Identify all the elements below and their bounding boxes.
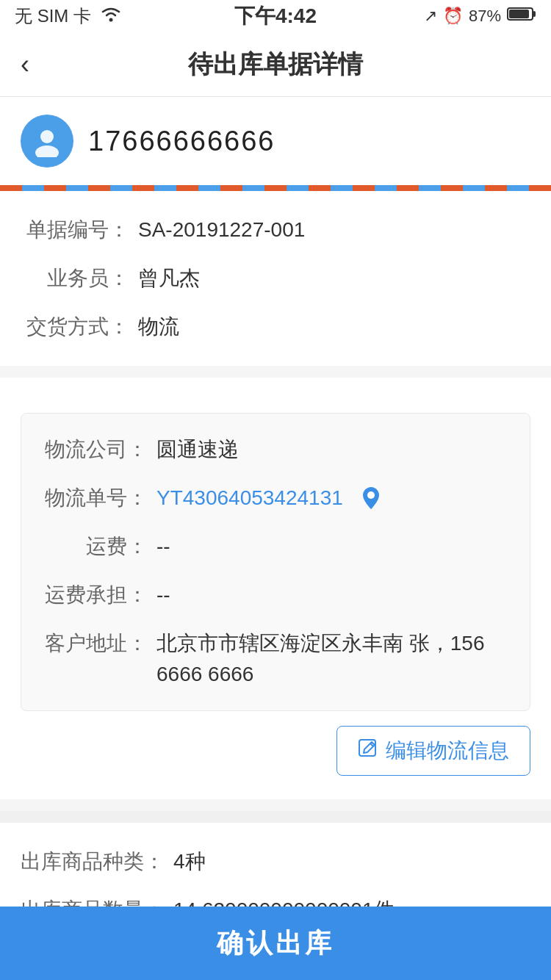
wifi-icon xyxy=(100,6,122,26)
goods-type-label: 出库商品种类： xyxy=(21,846,173,877)
dashed-divider xyxy=(0,185,551,191)
goods-type-value: 4种 xyxy=(173,846,530,877)
svg-rect-2 xyxy=(533,11,536,17)
logistics-company-label: 物流公司： xyxy=(39,434,156,465)
gps-icon: ↗ xyxy=(424,7,437,26)
gray-separator xyxy=(0,811,551,823)
tracking-row: 物流单号： YT43064053424131 xyxy=(39,483,512,514)
freight-bearer-row: 运费承担： -- xyxy=(39,580,512,610)
status-time: 下午4:42 xyxy=(234,2,317,30)
logistics-company-value: 圆通速递 xyxy=(156,434,512,465)
logistics-company-row: 物流公司： 圆通速递 xyxy=(39,434,512,465)
salesperson-label: 业务员： xyxy=(21,263,138,294)
status-left: 无 SIM 卡 xyxy=(15,4,122,28)
salesperson-value: 曾凡杰 xyxy=(138,263,530,294)
status-bar: 无 SIM 卡 下午4:42 ↗ ⏰ 87% xyxy=(0,0,551,32)
nav-bar: ‹ 待出库单据详情 xyxy=(0,32,551,97)
delivery-method-row: 交货方式： 物流 xyxy=(21,311,530,342)
confirm-button-label: 确认出库 xyxy=(217,926,334,962)
customer-header: 17666666666 xyxy=(0,97,551,185)
doc-number-label: 单据编号： xyxy=(21,215,138,245)
alarm-icon: ⏰ xyxy=(443,7,463,26)
customer-phone: 17666666666 xyxy=(88,126,275,157)
freight-row: 运费： -- xyxy=(39,531,512,562)
battery-icon xyxy=(507,7,536,26)
logistics-section: 物流公司： 圆通速递 物流单号： YT43064053424131 运费： --… xyxy=(0,378,551,799)
freight-bearer-value: -- xyxy=(156,580,512,610)
carrier-text: 无 SIM 卡 xyxy=(15,4,91,28)
edit-logistics-wrap: 编辑物流信息 xyxy=(21,726,530,776)
location-pin-icon[interactable] xyxy=(358,485,384,511)
avatar xyxy=(21,115,73,167)
confirm-bar[interactable]: 确认出库 xyxy=(0,907,551,980)
svg-point-0 xyxy=(109,18,113,22)
logistics-card: 物流公司： 圆通速递 物流单号： YT43064053424131 运费： --… xyxy=(21,413,530,711)
delivery-method-value: 物流 xyxy=(138,311,530,342)
edit-logistics-button[interactable]: 编辑物流信息 xyxy=(336,726,530,776)
svg-point-5 xyxy=(35,145,59,157)
address-row: 客户地址： 北京市市辖区海淀区永丰南 张，156 6666 6666 xyxy=(39,628,512,690)
page-title: 待出库单据详情 xyxy=(188,48,363,82)
svg-point-4 xyxy=(40,130,54,143)
doc-number-value: SA-20191227-001 xyxy=(138,215,530,245)
basic-info-section: 单据编号： SA-20191227-001 业务员： 曾凡杰 交货方式： 物流 xyxy=(0,191,551,366)
freight-value: -- xyxy=(156,531,512,562)
address-label: 客户地址： xyxy=(39,628,156,659)
address-value: 北京市市辖区海淀区永丰南 张，156 6666 6666 xyxy=(156,628,512,690)
edit-logistics-label: 编辑物流信息 xyxy=(386,737,509,765)
battery-text: 87% xyxy=(469,7,501,26)
tracking-number: YT43064053424131 xyxy=(156,486,343,509)
doc-number-row: 单据编号： SA-20191227-001 xyxy=(21,215,530,245)
tracking-value: YT43064053424131 xyxy=(156,483,512,514)
tracking-label: 物流单号： xyxy=(39,483,156,514)
goods-type-row: 出库商品种类： 4种 xyxy=(21,846,530,877)
freight-bearer-label: 运费承担： xyxy=(39,580,156,610)
salesperson-row: 业务员： 曾凡杰 xyxy=(21,263,530,294)
svg-rect-3 xyxy=(509,10,529,18)
svg-point-6 xyxy=(367,491,375,499)
freight-label: 运费： xyxy=(39,531,156,562)
delivery-method-label: 交货方式： xyxy=(21,311,138,342)
status-right: ↗ ⏰ 87% xyxy=(424,7,536,26)
edit-icon xyxy=(358,738,378,764)
back-button[interactable]: ‹ xyxy=(21,49,29,80)
